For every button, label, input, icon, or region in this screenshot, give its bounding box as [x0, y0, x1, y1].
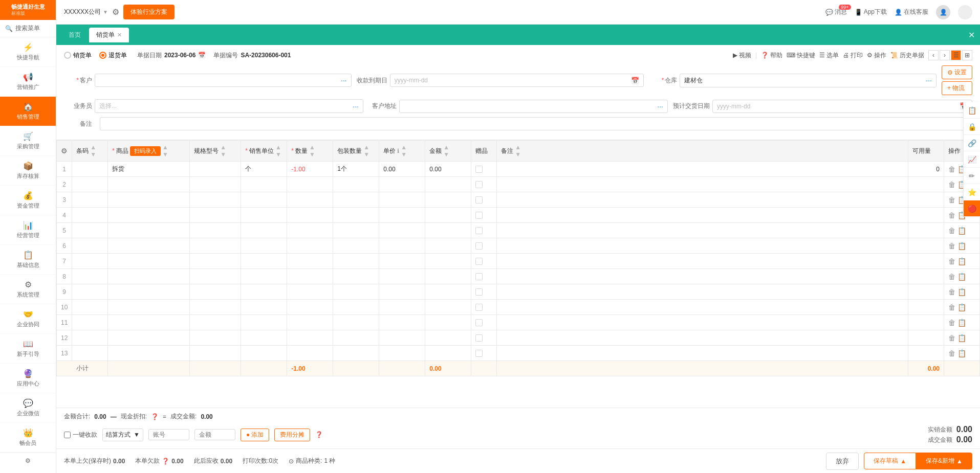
cell-unit-2[interactable]	[241, 177, 287, 192]
save-draft-button[interactable]: 保存草稿 ▲	[864, 453, 916, 469]
tab-bar-close-icon[interactable]: ✕	[968, 30, 975, 40]
cell-spec-1[interactable]	[190, 162, 241, 177]
cell-barcode-8[interactable]	[72, 269, 108, 284]
cell-unit-9[interactable]	[241, 284, 287, 300]
discount-help-icon[interactable]: ❓	[151, 413, 159, 420]
gift-checkbox-7[interactable]	[475, 258, 483, 265]
cell-pkgqty-13[interactable]	[333, 346, 379, 361]
cell-qty-11[interactable]	[287, 315, 333, 330]
gift-checkbox-5[interactable]	[475, 227, 483, 234]
cell-pkgqty-6[interactable]	[333, 238, 379, 254]
cell-pkgqty-1[interactable]: 1个	[333, 162, 379, 177]
delete-row-13[interactable]: 🗑	[948, 349, 955, 357]
nav-prev[interactable]: ‹	[928, 50, 939, 60]
user-avatar[interactable]: 👤	[936, 5, 950, 19]
cell-qty-7[interactable]	[287, 254, 333, 269]
cell-qty-10[interactable]	[287, 300, 333, 315]
copy-row-10[interactable]: 📋	[957, 303, 966, 311]
barcode-sort[interactable]: ▲▼	[90, 144, 96, 158]
cell-amount-1[interactable]: 0.00	[425, 162, 471, 177]
fee-split-button[interactable]: 费用分摊	[274, 429, 310, 441]
remark-input[interactable]	[100, 117, 972, 130]
try-button[interactable]: 体验行业方案	[123, 5, 175, 19]
gift-checkbox-10[interactable]	[475, 304, 483, 311]
logistics-btn[interactable]: + 物流	[942, 81, 972, 95]
cell-price-11[interactable]	[379, 315, 425, 330]
fee-help-icon[interactable]: ❓	[315, 431, 323, 438]
qty-sort[interactable]: ▲▼	[309, 144, 315, 158]
cell-barcode-12[interactable]	[72, 330, 108, 346]
gift-checkbox-9[interactable]	[475, 288, 483, 296]
cell-qty-2[interactable]	[287, 177, 333, 192]
rt-item-7[interactable]: 🔴	[964, 200, 980, 217]
cell-pkgqty-2[interactable]	[333, 177, 379, 192]
cell-pkgqty-11[interactable]	[333, 315, 379, 330]
cell-spec-13[interactable]	[190, 346, 241, 361]
save-new-button[interactable]: 保存&新增 ▲	[916, 453, 972, 469]
cell-product-2[interactable]	[108, 177, 190, 192]
cell-amount-13[interactable]	[425, 346, 471, 361]
delete-row-11[interactable]: 🗑	[948, 319, 955, 327]
cell-spec-9[interactable]	[190, 284, 241, 300]
cell-barcode-4[interactable]	[72, 208, 108, 223]
cell-qty-1[interactable]: -1.00	[287, 162, 333, 177]
table-container[interactable]: ⚙ 条码▲▼ * 商品 扫码录入 ▲▼	[56, 140, 980, 408]
cell-remark-9[interactable]	[497, 284, 908, 300]
gift-checkbox-4[interactable]	[475, 212, 483, 219]
cell-remark-8[interactable]	[497, 269, 908, 284]
delete-row-1[interactable]: 🗑	[948, 165, 955, 173]
cell-barcode-7[interactable]	[72, 254, 108, 269]
delete-row-4[interactable]: 🗑	[948, 211, 955, 219]
customer-input[interactable]: ···	[95, 74, 352, 87]
amount-sort[interactable]: ▲▼	[443, 144, 449, 158]
warehouse-input[interactable]: 建材仓 ···	[680, 74, 937, 87]
remark-sort[interactable]: ▲▼	[515, 144, 521, 158]
cell-remark-2[interactable]	[497, 177, 908, 192]
expected-date-input[interactable]: yyyy-mm-dd 📅	[712, 100, 972, 113]
one-key-payment-checkbox[interactable]: 一键收款	[64, 431, 97, 439]
cell-gift-6[interactable]	[471, 238, 497, 254]
sidebar-search[interactable]: 🔍 搜索菜单	[0, 20, 56, 37]
cell-product-3[interactable]	[108, 192, 190, 208]
cell-gift-5[interactable]	[471, 223, 497, 238]
rt-item-6[interactable]: ⭐	[964, 184, 980, 200]
toolbar-video[interactable]: ▶ 视频	[733, 51, 751, 60]
delete-row-12[interactable]: 🗑	[948, 334, 955, 342]
copy-row-12[interactable]: 📋	[957, 334, 966, 342]
cell-price-5[interactable]	[379, 223, 425, 238]
cell-product-13[interactable]	[108, 346, 190, 361]
cell-product-12[interactable]	[108, 330, 190, 346]
cell-spec-8[interactable]	[190, 269, 241, 284]
gift-checkbox-12[interactable]	[475, 334, 483, 342]
sidebar-item-apps[interactable]: 🔮应用中心	[0, 364, 56, 393]
sidebar-item-member[interactable]: 👑畅会员	[0, 423, 56, 453]
cell-price-13[interactable]	[379, 346, 425, 361]
toolbar-print[interactable]: 🖨 打印	[843, 51, 863, 60]
cell-barcode-6[interactable]	[72, 238, 108, 254]
cell-remark-10[interactable]	[497, 300, 908, 315]
sidebar-item-collab[interactable]: 🤝企业协同	[0, 304, 56, 334]
cell-qty-8[interactable]	[287, 269, 333, 284]
cell-gift-12[interactable]	[471, 330, 497, 346]
copy-row-5[interactable]: 📋	[957, 227, 966, 235]
cell-gift-11[interactable]	[471, 315, 497, 330]
scan-btn[interactable]: 扫码录入	[130, 146, 161, 156]
cell-spec-10[interactable]	[190, 300, 241, 315]
user-avatar2[interactable]	[958, 5, 972, 19]
cell-gift-2[interactable]	[471, 177, 497, 192]
cell-amount-12[interactable]	[425, 330, 471, 346]
gift-checkbox-11[interactable]	[475, 319, 483, 326]
sidebar-item-marketing[interactable]: 📢营销推广	[0, 67, 56, 97]
sidebar-item-quick-nav[interactable]: ⚡快捷导航	[0, 37, 56, 67]
cell-barcode-10[interactable]	[72, 300, 108, 315]
cell-product-9[interactable]	[108, 284, 190, 300]
toolbar-history[interactable]: 📜 历史单据	[890, 51, 924, 60]
cell-remark-6[interactable]	[497, 238, 908, 254]
cell-product-11[interactable]	[108, 315, 190, 330]
rt-item-3[interactable]: 🔗	[964, 135, 980, 151]
copy-row-8[interactable]: 📋	[957, 273, 966, 281]
cell-amount-5[interactable]	[425, 223, 471, 238]
payment-amount-input[interactable]	[194, 429, 235, 440]
cell-gift-4[interactable]	[471, 208, 497, 223]
delete-row-8[interactable]: 🗑	[948, 273, 955, 281]
